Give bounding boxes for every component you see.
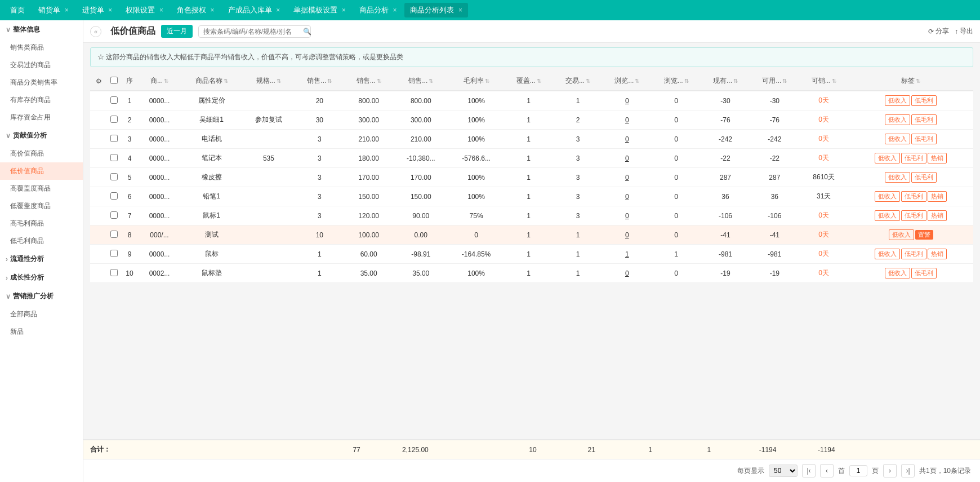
next-page-button[interactable]: › xyxy=(883,464,897,477)
browse-link[interactable]: 0 xyxy=(625,174,629,182)
th-gross[interactable]: 毛利率⇅ xyxy=(448,72,504,91)
browse-link[interactable]: 1 xyxy=(625,250,629,258)
page-size-select[interactable]: 50 100 xyxy=(769,465,798,477)
sidebar-group-marketing[interactable]: ∨ 营销推广分析 xyxy=(0,287,83,306)
td-browse1[interactable]: 0 xyxy=(603,206,652,225)
nav-product-analysis[interactable]: 商品分析 × xyxy=(354,3,403,17)
sidebar-item-low-coverage[interactable]: 低覆盖度商品 xyxy=(0,197,83,215)
th-name[interactable]: 商品名称⇅ xyxy=(181,72,242,91)
nav-home[interactable]: 首页 xyxy=(5,3,30,17)
td-checkbox[interactable] xyxy=(107,245,121,264)
row-checkbox[interactable] xyxy=(110,116,118,123)
search-input[interactable] xyxy=(198,25,311,38)
sidebar-item-low-margin[interactable]: 低毛利商品 xyxy=(0,232,83,250)
sidebar-group-overall[interactable]: ∨ 整体信息 xyxy=(0,20,83,39)
th-cover[interactable]: 覆盖...⇅ xyxy=(504,72,553,91)
sidebar-item-category-sales-rate[interactable]: 商品分类销售率 xyxy=(0,74,83,91)
share-button[interactable]: ⟳ 分享 xyxy=(928,26,949,36)
sidebar-group-growth[interactable]: › 成长性分析 xyxy=(0,268,83,287)
close-icon[interactable]: × xyxy=(211,6,215,14)
th-code[interactable]: 商...⇅ xyxy=(138,72,181,91)
th-avail[interactable]: 可用...⇅ xyxy=(750,72,799,91)
close-icon[interactable]: × xyxy=(342,6,346,14)
th-trans[interactable]: 交易...⇅ xyxy=(553,72,602,91)
first-page-button[interactable]: |‹ xyxy=(802,464,816,477)
td-checkbox[interactable] xyxy=(107,130,121,149)
th-sale3[interactable]: 销售...⇅ xyxy=(393,72,448,91)
close-icon[interactable]: × xyxy=(108,6,112,14)
browse-link[interactable]: 0 xyxy=(625,269,629,277)
td-browse1[interactable]: 1 xyxy=(603,245,652,264)
th-tags[interactable]: 标签⇅ xyxy=(848,72,973,91)
page-number-input[interactable] xyxy=(849,465,867,476)
select-all-checkbox[interactable] xyxy=(110,77,118,84)
row-checkbox[interactable] xyxy=(110,173,118,180)
row-checkbox[interactable] xyxy=(110,231,118,238)
nav-permission[interactable]: 权限设置 × xyxy=(120,3,169,17)
nav-purchase[interactable]: 进货单 × xyxy=(77,3,118,17)
nav-template[interactable]: 单据模板设置 × xyxy=(288,3,351,17)
row-checkbox[interactable] xyxy=(110,96,118,104)
sidebar-item-all-goods[interactable]: 全部商品 xyxy=(0,306,83,323)
sidebar-item-traded-goods[interactable]: 交易过的商品 xyxy=(0,56,83,74)
browse-link[interactable]: 0 xyxy=(625,97,629,105)
td-checkbox[interactable] xyxy=(107,264,121,283)
sidebar-item-stock-goods[interactable]: 有库存的商品 xyxy=(0,91,83,109)
sidebar-collapse-button[interactable]: « xyxy=(90,26,101,37)
last-page-button[interactable]: ›| xyxy=(901,464,915,477)
browse-link[interactable]: 0 xyxy=(625,193,629,201)
prev-page-button[interactable]: ‹ xyxy=(820,464,834,477)
td-browse1[interactable]: 0 xyxy=(603,149,652,168)
close-icon[interactable]: × xyxy=(393,6,397,14)
th-current[interactable]: 现有...⇅ xyxy=(701,72,750,91)
td-checkbox[interactable] xyxy=(107,168,121,187)
row-checkbox[interactable] xyxy=(110,135,118,142)
td-checkbox[interactable] xyxy=(107,149,121,168)
td-browse1[interactable]: 0 xyxy=(603,130,652,149)
th-sale1[interactable]: 销售...⇅ xyxy=(295,72,344,91)
nav-product-analysis-list[interactable]: 商品分析列表 × xyxy=(404,3,468,17)
sidebar-group-flow[interactable]: › 流通性分析 xyxy=(0,250,83,268)
close-icon[interactable]: × xyxy=(159,6,163,14)
td-checkbox[interactable] xyxy=(107,206,121,225)
nav-sales[interactable]: 销货单 × xyxy=(33,3,74,17)
row-checkbox[interactable] xyxy=(110,250,118,257)
sidebar-item-low-value[interactable]: 低价值商品 xyxy=(0,162,83,180)
sidebar-item-sales-goods[interactable]: 销售类商品 xyxy=(0,39,83,56)
th-checkbox[interactable] xyxy=(107,72,121,91)
td-browse1[interactable]: 0 xyxy=(603,264,652,283)
td-browse1[interactable]: 0 xyxy=(603,91,652,110)
nav-product-storage[interactable]: 产成品入库单 × xyxy=(222,3,286,17)
th-settings[interactable]: ⚙ xyxy=(90,72,107,91)
browse-link[interactable]: 0 xyxy=(625,231,629,239)
browse-link[interactable]: 0 xyxy=(625,116,629,124)
row-checkbox[interactable] xyxy=(110,211,118,219)
table-area[interactable]: ⚙ 序 商...⇅ 商品名称⇅ 规格...⇅ 销售...⇅ 销售...⇅ 销售.… xyxy=(83,72,980,439)
td-checkbox[interactable] xyxy=(107,187,121,206)
search-icon[interactable]: 🔍 xyxy=(303,28,311,36)
sidebar-item-high-coverage[interactable]: 高覆盖度商品 xyxy=(0,180,83,197)
export-button[interactable]: ↑ 导出 xyxy=(955,26,973,36)
td-browse1[interactable]: 0 xyxy=(603,187,652,206)
th-sale2[interactable]: 销售...⇅ xyxy=(344,72,393,91)
browse-link[interactable]: 0 xyxy=(625,154,629,162)
th-spec[interactable]: 规格...⇅ xyxy=(242,72,295,91)
td-checkbox[interactable] xyxy=(107,225,121,245)
td-browse1[interactable]: 0 xyxy=(603,225,652,245)
close-icon[interactable]: × xyxy=(458,6,462,14)
row-checkbox[interactable] xyxy=(110,154,118,161)
sidebar-item-high-margin[interactable]: 高毛利商品 xyxy=(0,215,83,232)
sidebar-item-high-value[interactable]: 高价值商品 xyxy=(0,145,83,162)
date-filter-button[interactable]: 近一月 xyxy=(161,25,193,38)
th-browse1[interactable]: 浏览...⇅ xyxy=(603,72,652,91)
row-checkbox[interactable] xyxy=(110,269,118,276)
td-browse1[interactable]: 0 xyxy=(603,168,652,187)
nav-role[interactable]: 角色授权 × xyxy=(171,3,220,17)
th-browse2[interactable]: 浏览...⇅ xyxy=(652,72,701,91)
browse-link[interactable]: 0 xyxy=(625,212,629,220)
th-sellable[interactable]: 可销...⇅ xyxy=(799,72,848,91)
row-checkbox[interactable] xyxy=(110,192,118,200)
td-browse1[interactable]: 0 xyxy=(603,110,652,130)
td-checkbox[interactable] xyxy=(107,110,121,130)
close-icon[interactable]: × xyxy=(276,6,280,14)
